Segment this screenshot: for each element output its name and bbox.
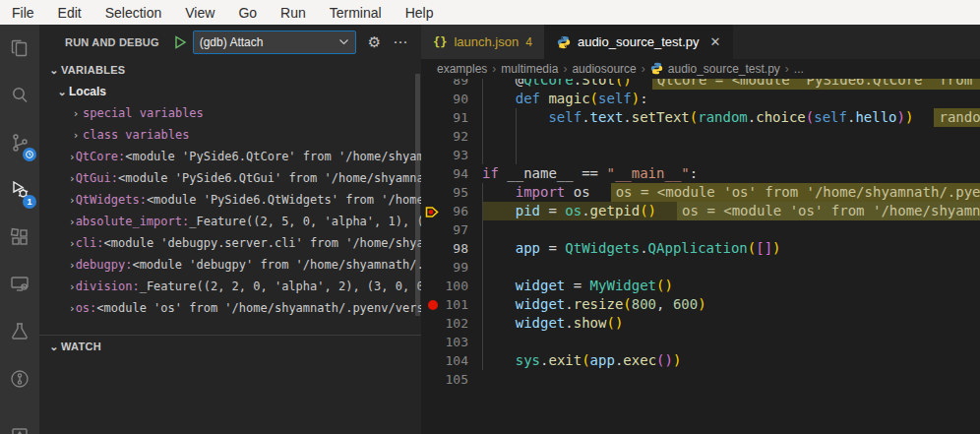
tab-launch-json[interactable]: {} launch.json 4: [421, 25, 545, 59]
menu-item-go[interactable]: Go: [226, 0, 269, 25]
editor-gutter[interactable]: 98: [421, 239, 482, 258]
code-text[interactable]: widget.show(): [482, 314, 980, 333]
sidebar-scrollbar[interactable]: [415, 74, 420, 316]
code-text[interactable]: @QtCore.Slot()QtCore = <module 'PySide6.…: [482, 79, 980, 90]
code-text[interactable]: sys.exit(app.exec()): [482, 351, 980, 370]
tree-row[interactable]: ›QtCore: <module 'PySide6.QtCore' from '…: [39, 146, 421, 167]
tree-row[interactable]: ›QtWidgets: <module 'PySide6.QtWidgets' …: [39, 189, 421, 211]
editor-gutter[interactable]: 101: [421, 295, 482, 314]
editor-gutter[interactable]: 96: [421, 202, 482, 220]
line-number[interactable]: 98: [453, 239, 468, 258]
menu-item-edit[interactable]: Edit: [46, 0, 93, 25]
breadcrumb-item[interactable]: ...: [794, 62, 804, 76]
line-number[interactable]: 102: [446, 314, 468, 333]
code-text[interactable]: widget = MyWidget(): [482, 277, 980, 295]
editor-gutter[interactable]: 92: [421, 127, 482, 146]
menu-item-selection[interactable]: Selection: [93, 0, 174, 25]
tree-row[interactable]: ›debugpy: <module 'debugpy' from '/home/…: [39, 254, 421, 276]
start-debug-button[interactable]: [173, 35, 187, 49]
tree-row[interactable]: ›cli: <module 'debugpy.server.cli' from …: [39, 232, 421, 254]
activity-source-control[interactable]: [0, 119, 39, 166]
code-text[interactable]: [482, 333, 980, 351]
editor-gutter[interactable]: 93: [421, 146, 482, 164]
line-number[interactable]: 91: [453, 108, 468, 127]
indent-guide: [482, 295, 483, 314]
line-number[interactable]: 93: [453, 146, 468, 164]
code-text[interactable]: def magic(self):: [482, 90, 980, 108]
menu-item-file[interactable]: File: [0, 0, 46, 25]
code-text[interactable]: [482, 370, 980, 389]
code-editor[interactable]: 89 @QtCore.Slot()QtCore = <module 'PySid…: [421, 79, 980, 434]
editor-gutter[interactable]: 97: [421, 220, 482, 239]
tree-row[interactable]: ›absolute_import: _Feature((2, 5, 0, 'al…: [39, 211, 421, 232]
watch-pane-header[interactable]: ⌄ WATCH: [39, 335, 421, 357]
activity-gitlens[interactable]: [0, 355, 39, 403]
line-number[interactable]: 89: [453, 79, 468, 90]
code-text[interactable]: import osos = <module 'os' from '/home/s…: [482, 183, 980, 202]
breadcrumb-item[interactable]: audiosource: [572, 62, 636, 76]
editor-gutter[interactable]: 99: [421, 258, 482, 277]
editor-gutter[interactable]: 104: [421, 351, 482, 370]
activity-search[interactable]: [0, 72, 39, 119]
activity-panel-extra[interactable]: [0, 403, 39, 434]
editor-gutter[interactable]: 95: [421, 183, 482, 202]
code-text[interactable]: widget.resize(800, 600): [482, 295, 980, 314]
activity-explorer[interactable]: [0, 25, 39, 72]
line-number[interactable]: 105: [446, 370, 468, 389]
tree-row[interactable]: ›division: _Feature((2, 2, 0, 'alpha', 2…: [39, 276, 421, 297]
close-icon[interactable]: ✕: [710, 34, 721, 49]
code-text[interactable]: pid = os.getpid()os = <module 'os' from …: [482, 202, 980, 220]
variables-pane-header[interactable]: ⌄ VARIABLES: [39, 59, 421, 81]
editor-gutter[interactable]: 91: [421, 108, 482, 127]
editor-gutter[interactable]: 105: [421, 370, 482, 389]
editor-gutter[interactable]: 89: [421, 79, 482, 90]
line-number[interactable]: 90: [453, 90, 468, 108]
breadcrumb-item[interactable]: multimedia: [501, 62, 558, 76]
tree-row[interactable]: ⌄Locals: [39, 81, 421, 102]
breadcrumb-item[interactable]: audio_source_test.py: [668, 62, 780, 76]
editor-gutter[interactable]: 90: [421, 90, 482, 108]
menu-item-terminal[interactable]: Terminal: [318, 0, 394, 25]
code-text[interactable]: [482, 258, 980, 277]
tree-row[interactable]: ›class variables: [39, 124, 421, 146]
line-number[interactable]: 94: [453, 164, 468, 183]
line-number[interactable]: 100: [446, 277, 468, 295]
activity-extensions[interactable]: [0, 214, 39, 261]
code-text[interactable]: [482, 127, 980, 146]
code-text[interactable]: if __name__ == "__main__":: [482, 164, 980, 183]
line-number[interactable]: 99: [453, 258, 468, 277]
line-number[interactable]: 97: [453, 220, 468, 239]
line-number[interactable]: 104: [446, 351, 468, 370]
code-text[interactable]: [482, 220, 980, 239]
tree-row[interactable]: ›os: <module 'os' from '/home/shyamnath/…: [39, 297, 421, 319]
code-text[interactable]: [482, 146, 980, 164]
menu-item-run[interactable]: Run: [269, 0, 318, 25]
tree-row[interactable]: ›special variables: [39, 102, 421, 124]
line-number[interactable]: 103: [446, 333, 468, 351]
tree-row[interactable]: ›QtGui: <module 'PySide6.QtGui' from '/h…: [39, 167, 421, 189]
code-text[interactable]: app = QtWidgets.QApplication([]): [482, 239, 980, 258]
editor-gutter[interactable]: 100: [421, 277, 482, 295]
gear-icon[interactable]: ⚙: [368, 33, 381, 51]
more-actions-icon[interactable]: ⋯: [393, 33, 408, 51]
menu-item-view[interactable]: View: [173, 0, 226, 25]
activity-remote-explorer[interactable]: [0, 261, 39, 308]
editor-gutter[interactable]: 103: [421, 333, 482, 351]
line-number[interactable]: 96: [453, 202, 468, 220]
breakpoint-icon[interactable]: [428, 300, 438, 310]
code-text[interactable]: self.text.setText(random.choice(self.hel…: [482, 108, 980, 127]
debug-config-select[interactable]: (gdb) Attach: [193, 31, 356, 54]
line-number[interactable]: 95: [453, 183, 468, 202]
tab-audio-source-test[interactable]: audio_source_test.py ✕: [545, 25, 734, 59]
line-number[interactable]: 101: [446, 295, 468, 314]
code-tokens: pid = os.getpid(): [482, 203, 656, 218]
activity-testing[interactable]: [0, 308, 39, 355]
variable-name: division:: [76, 279, 140, 293]
menu-item-help[interactable]: Help: [394, 0, 446, 25]
activity-run-debug[interactable]: 1: [0, 166, 39, 214]
editor-gutter[interactable]: 94: [421, 164, 482, 183]
line-number[interactable]: 92: [453, 127, 468, 146]
indent-guide: [482, 146, 483, 164]
editor-gutter[interactable]: 102: [421, 314, 482, 333]
breadcrumb-item[interactable]: examples: [437, 62, 487, 76]
